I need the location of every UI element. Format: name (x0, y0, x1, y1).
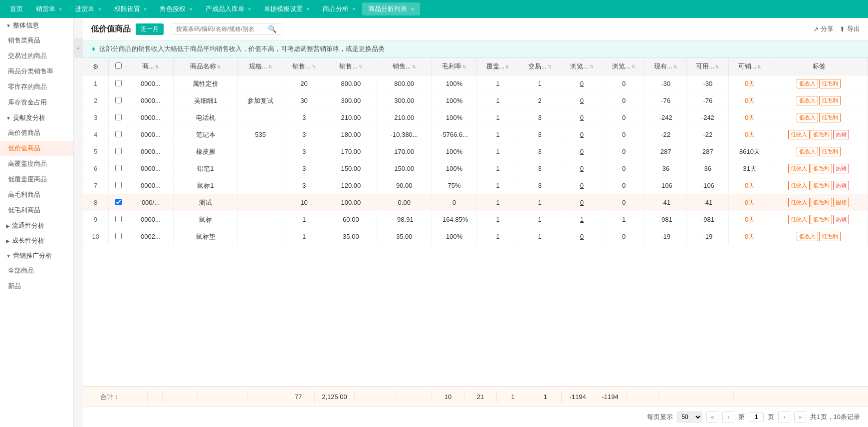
nav-sales[interactable]: 销货单 × (30, 2, 68, 15)
nav-role[interactable]: 角色授权 × (154, 2, 198, 15)
tag: 低收入 (788, 215, 810, 224)
col-spec[interactable]: 规格...⇅ (238, 58, 283, 75)
sidebar-item-high-margin[interactable]: 高毛利商品 (0, 187, 73, 203)
col-trade[interactable]: 交易...⇅ (519, 58, 561, 75)
sidebar-item-traded-goods[interactable]: 交易过的商品 (0, 48, 73, 64)
sidebar-group-marketing[interactable]: ▼ 营销推广分析 (0, 248, 73, 263)
view1-link[interactable]: 0 (580, 97, 584, 104)
search-icon[interactable]: 🔍 (268, 25, 276, 33)
col-stock[interactable]: 现有...⇅ (645, 58, 687, 75)
nav-analysis[interactable]: 商品分析 × (317, 2, 361, 15)
col-cover[interactable]: 覆盖...⇅ (477, 58, 519, 75)
cell-margin: 75% (432, 177, 477, 194)
cell-checkbox[interactable] (109, 143, 128, 160)
sidebar-item-high-coverage[interactable]: 高覆盖度商品 (0, 156, 73, 172)
col-settings[interactable]: ⚙ (83, 58, 109, 75)
nav-purchase[interactable]: 进货单 × (69, 2, 107, 15)
sidebar-collapse-btn[interactable]: « (74, 38, 83, 58)
nav-permission[interactable]: 权限设置 × (108, 2, 153, 15)
view1-link[interactable]: 0 (580, 114, 584, 121)
row-checkbox[interactable] (115, 131, 122, 137)
col-view1[interactable]: 浏览...⇅ (561, 58, 603, 75)
share-button[interactable]: ↗ 分享 (813, 24, 834, 33)
search-input[interactable] (176, 25, 266, 32)
nav-close-role[interactable]: × (188, 6, 192, 12)
table-area[interactable]: ⚙ 商...⇅ 商品名称⇅ 规格...⇅ 销售...⇅ 销售...⇅ 销售...… (83, 58, 868, 386)
nav-analysis-list[interactable]: 商品分析列表 × (362, 2, 420, 15)
nav-close-analysis-list[interactable]: × (409, 6, 414, 12)
first-page-btn[interactable]: « (706, 411, 718, 423)
sidebar-group-overall[interactable]: ▼ 整体信息 (0, 18, 73, 33)
sidebar-item-sales-goods[interactable]: 销售类商品 (0, 33, 73, 48)
prev-page-btn[interactable]: ‹ (722, 411, 734, 423)
period-button[interactable]: 近一月 (136, 23, 164, 35)
col-sale2[interactable]: 销售...⇅ (377, 58, 432, 75)
nav-close-permission[interactable]: × (142, 6, 147, 12)
sidebar-item-low-coverage[interactable]: 低覆盖度商品 (0, 172, 73, 187)
view1-link[interactable]: 0 (580, 233, 584, 240)
row-checkbox[interactable] (115, 80, 122, 86)
sidebar-group-growth[interactable]: ▶ 成长性分析 (0, 233, 73, 248)
export-button[interactable]: ⬆ 导出 (840, 24, 860, 33)
cell-checkbox[interactable] (109, 92, 128, 109)
col-name[interactable]: 商品名称⇅ (173, 58, 238, 75)
sidebar-item-low-value[interactable]: 低价值商品 (0, 141, 73, 156)
col-sellable[interactable]: 可销...⇅ (729, 58, 771, 75)
cell-checkbox[interactable] (109, 75, 128, 92)
nav-close-purchase[interactable]: × (96, 6, 101, 12)
row-checkbox[interactable] (115, 114, 122, 120)
nav-close-analysis[interactable]: × (351, 6, 355, 12)
nav-close-sales[interactable]: × (57, 6, 62, 12)
cell-checkbox[interactable] (109, 194, 128, 211)
last-page-btn[interactable]: » (794, 411, 806, 423)
col-view2[interactable]: 浏览...⇅ (603, 58, 645, 75)
nav-inbound[interactable]: 产成品入库单 × (200, 2, 257, 15)
sidebar-item-category-rate[interactable]: 商品分类销售率 (0, 64, 73, 79)
sidebar-item-zero-stock[interactable]: 零库存的商品 (0, 79, 73, 95)
sidebar-item-new-goods[interactable]: 新品 (0, 279, 73, 294)
sidebar-item-low-margin[interactable]: 低毛利商品 (0, 203, 73, 218)
nav-close-inbound[interactable]: × (246, 6, 251, 12)
cell-checkbox[interactable] (109, 211, 128, 228)
col-code[interactable]: 商...⇅ (128, 58, 174, 75)
col-qty[interactable]: 销售...⇅ (283, 58, 325, 75)
row-checkbox[interactable] (115, 216, 122, 222)
cell-checkbox[interactable] (109, 109, 128, 126)
col-avail[interactable]: 可用...⇅ (687, 58, 729, 75)
view1-link[interactable]: 0 (580, 131, 584, 138)
cell-checkbox[interactable] (109, 228, 128, 245)
sidebar-item-stock-fund[interactable]: 库存资金占用 (0, 95, 73, 110)
nav-close-template[interactable]: × (305, 6, 309, 12)
view1-link[interactable]: 0 (580, 165, 584, 172)
next-page-btn[interactable]: › (778, 411, 790, 423)
row-checkbox[interactable] (115, 148, 122, 154)
col-sale1[interactable]: 销售...⇅ (325, 58, 377, 75)
page-size-select[interactable]: 50 100 (677, 412, 702, 423)
footer-sale1: 2,125.00 (315, 391, 355, 403)
view1-link[interactable]: 0 (580, 182, 584, 189)
select-all-checkbox[interactable] (115, 62, 122, 69)
col-margin[interactable]: 毛利率⇅ (432, 58, 477, 75)
view1-link[interactable]: 0 (580, 148, 584, 155)
row-checkbox[interactable] (115, 233, 122, 239)
view1-link[interactable]: 1 (580, 216, 584, 223)
sidebar-item-all-goods[interactable]: 全部商品 (0, 263, 73, 279)
page-input[interactable] (749, 412, 764, 422)
sidebar-group-contribution[interactable]: ▼ 贡献度分析 (0, 110, 73, 125)
sidebar-item-high-value[interactable]: 高价值商品 (0, 125, 73, 141)
cell-num: 6 (83, 160, 109, 177)
cell-checkbox[interactable] (109, 177, 128, 194)
row-checkbox[interactable] (115, 199, 122, 205)
col-checkbox[interactable] (109, 58, 128, 75)
sidebar-group-circulation[interactable]: ▶ 流通性分析 (0, 218, 73, 233)
nav-home[interactable]: 首页 (4, 2, 29, 15)
view1-link[interactable]: 0 (580, 80, 584, 87)
cell-checkbox[interactable] (109, 126, 128, 143)
cell-checkbox[interactable] (109, 160, 128, 177)
row-checkbox[interactable] (115, 97, 122, 103)
search-box: 🔍 (172, 23, 281, 35)
view1-link[interactable]: 0 (580, 199, 584, 206)
row-checkbox[interactable] (115, 165, 122, 171)
row-checkbox[interactable] (115, 182, 122, 188)
nav-template[interactable]: 单据模板设置 × (258, 2, 315, 15)
